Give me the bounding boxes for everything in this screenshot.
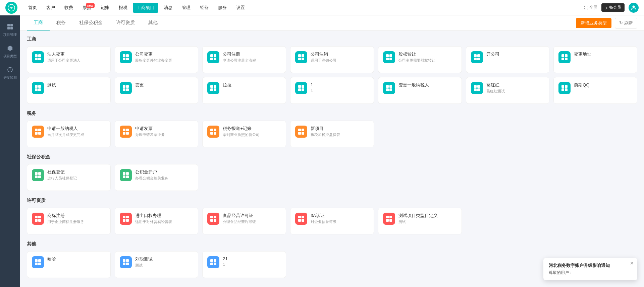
card-title: 申请发票 — [135, 126, 194, 132]
tab-工商[interactable]: 工商 — [27, 16, 50, 30]
card-inner: 税务报道+记账 拿到营业执照的新公司 — [207, 126, 281, 138]
card-inner: 社保登记 进行人员社保登记 — [32, 169, 106, 181]
sidebar-item-项目管理[interactable]: 项目管理 — [0, 19, 20, 40]
card-desc: 测试 — [135, 263, 194, 268]
card-item[interactable]: 哈哈 — [27, 251, 111, 278]
svg-rect-7 — [35, 54, 38, 57]
tab-其他[interactable]: 其他 — [142, 16, 164, 30]
card-item[interactable]: 拉拉 — [202, 77, 286, 104]
svg-rect-83 — [123, 172, 125, 175]
card-item[interactable]: 测试项目类型目定义 测试 — [378, 208, 462, 234]
nav-item-消息[interactable]: 消息 — [160, 3, 176, 13]
card-item[interactable]: 变更 — [115, 77, 199, 104]
card-title: 进出口权办理 — [135, 213, 194, 219]
nav-item-设置[interactable]: 设置 — [232, 3, 249, 13]
card-title: 公司注册 — [223, 51, 281, 57]
card-item[interactable]: 公积金开户 办理公积金相关业务 — [115, 164, 199, 191]
user-avatar[interactable] — [629, 3, 639, 13]
svg-rect-14 — [126, 58, 129, 60]
add-type-button[interactable]: 新增业务类型 — [576, 18, 611, 28]
card-inner: 开公司 — [471, 51, 545, 63]
svg-rect-96 — [214, 216, 216, 218]
nav-item-票据[interactable]: 票据new — [78, 3, 95, 13]
sidebar-item-项目类型[interactable]: 项目类型 — [0, 40, 20, 62]
card-item[interactable]: 公司注册 申请公司注册全流程 — [202, 46, 286, 73]
svg-rect-21 — [298, 58, 301, 60]
card-item[interactable]: 股权转让 公司变更需要股权转让 — [378, 46, 462, 73]
card-icon — [471, 82, 483, 94]
nav-item-工商项目[interactable]: 工商项目 — [133, 3, 158, 13]
card-item[interactable]: 葛红红 葛红红测试 — [466, 77, 550, 104]
card-item[interactable]: 1 1 — [290, 77, 374, 104]
card-inner: 测试 — [32, 82, 106, 94]
svg-rect-9 — [35, 58, 38, 60]
cards-grid-工商: 法人变更 适用于公司变更法人 公司变更 股权变更外的业务变更 — [27, 46, 637, 104]
logo[interactable] — [5, 2, 17, 14]
card-item[interactable]: 开公司 — [466, 46, 550, 73]
card-inner: 新项目 报税加税控盘保管 — [295, 126, 369, 138]
section-title-税务: 税务 — [27, 111, 637, 117]
card-item[interactable]: 变更地址 — [553, 46, 637, 73]
tab-许可资质[interactable]: 许可资质 — [109, 16, 142, 30]
card-icon — [32, 51, 44, 63]
nav-item-服务[interactable]: 服务 — [214, 3, 231, 13]
svg-rect-109 — [35, 263, 38, 265]
vip-button[interactable]: ▷ 畅会员 — [601, 3, 625, 12]
svg-rect-51 — [386, 85, 389, 88]
svg-rect-112 — [126, 259, 129, 262]
card-title: 公司注销 — [311, 51, 369, 57]
notification-close-button[interactable]: ✕ — [630, 261, 634, 266]
fullscreen-button[interactable]: ⛶ 全屏 — [584, 5, 597, 10]
nav-item-经营[interactable]: 经营 — [196, 3, 213, 13]
card-item[interactable]: 测试 — [27, 77, 111, 104]
card-item[interactable]: 食品经营许可证 办理食品经营许可证 — [202, 208, 286, 234]
svg-rect-75 — [298, 129, 301, 131]
svg-rect-54 — [389, 88, 392, 91]
card-item[interactable]: 新项目 报税加税控盘保管 — [290, 121, 374, 147]
nav-item-首页[interactable]: 首页 — [24, 3, 41, 13]
card-desc: 葛红红测试 — [486, 89, 545, 94]
sidebar-label: 项目管理 — [3, 33, 17, 37]
card-item[interactable]: 申请一般纳税人 当月或次月成变更完成 — [27, 121, 111, 147]
svg-rect-66 — [38, 132, 41, 135]
card-title: 1 — [311, 82, 369, 87]
svg-rect-118 — [214, 263, 216, 265]
nav-item-管理[interactable]: 管理 — [178, 3, 195, 13]
card-item[interactable]: 社保登记 进行人员社保登记 — [27, 164, 111, 191]
nav-item-收费[interactable]: 收费 — [60, 3, 77, 13]
card-item[interactable]: 公司变更 股权变更外的业务变更 — [115, 46, 199, 73]
tab-税务[interactable]: 税务 — [50, 16, 72, 30]
card-desc: 1 — [311, 88, 369, 93]
svg-rect-91 — [123, 216, 125, 218]
svg-rect-107 — [35, 259, 38, 262]
card-item[interactable]: 3A认证 对企业信誉评级 — [290, 208, 374, 234]
card-desc: 适用于公司变更法人 — [47, 58, 106, 63]
svg-rect-81 — [35, 175, 38, 178]
svg-point-1 — [633, 5, 635, 8]
card-info: 食品经营许可证 办理食品经营许可证 — [223, 213, 281, 224]
card-item[interactable]: 进出口权办理 适用于对外贸易经营者 — [115, 208, 199, 234]
card-item[interactable]: 申请发票 办理申请发票业务 — [115, 121, 199, 147]
card-icon — [295, 213, 307, 225]
svg-rect-110 — [38, 263, 41, 265]
sidebar-item-进度监测[interactable]: 进度监测 — [0, 62, 20, 83]
card-item[interactable]: 商标注册 用于企业商标注册服务 — [27, 208, 111, 234]
nav-item-记账[interactable]: 记账 — [97, 3, 113, 13]
svg-rect-106 — [389, 219, 392, 222]
sidebar-icon — [5, 44, 15, 53]
card-desc: 办理食品经营许可证 — [223, 219, 281, 224]
tab-社保公积金[interactable]: 社保公积金 — [72, 16, 109, 30]
card-item[interactable]: 公司注销 适用于注销公司 — [290, 46, 374, 73]
card-item[interactable]: 变更一般纳税人 — [378, 77, 462, 104]
nav-item-客户[interactable]: 客户 — [42, 3, 59, 13]
nav-item-报税[interactable]: 报税 — [115, 3, 131, 13]
card-item[interactable]: 前期QQ — [553, 77, 637, 104]
card-item[interactable]: 刘聪测试 测试 — [115, 251, 199, 278]
card-item[interactable]: 21 1 — [202, 251, 286, 278]
card-item[interactable]: 法人变更 适用于公司变更法人 — [27, 46, 111, 73]
card-inner: 公司注销 适用于注销公司 — [295, 51, 369, 63]
card-item[interactable]: 税务报道+记账 拿到营业执照的新公司 — [202, 121, 286, 147]
svg-rect-65 — [35, 132, 38, 135]
svg-rect-24 — [389, 54, 392, 57]
refresh-button[interactable]: ↻ 刷新 — [615, 18, 637, 28]
